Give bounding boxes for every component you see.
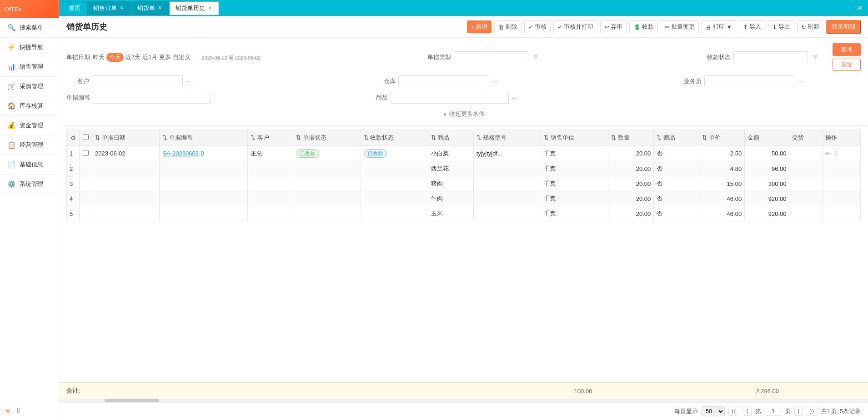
cell-transaction bbox=[789, 161, 823, 176]
tab-sales-order-close[interactable]: ✕ bbox=[119, 5, 125, 11]
cell-checkbox[interactable] bbox=[80, 176, 92, 191]
system-icon: ⚙️ bbox=[7, 180, 16, 188]
doc-no-link[interactable]: SA-20230602-0 bbox=[162, 150, 204, 157]
sidebar-item-basic-info[interactable]: 📄 基础信息 bbox=[0, 155, 59, 175]
col-doc-no[interactable]: ⇅ 单据编号 bbox=[160, 130, 248, 146]
tab-sales-delivery[interactable]: 销货单 ✕ bbox=[131, 1, 169, 15]
shortcut-more[interactable]: 更多 bbox=[159, 53, 171, 61]
new-button[interactable]: + 新增 bbox=[467, 20, 492, 33]
main-table: ⚙ ⇅ 单据日期 ⇅ 单据编号 ⇅ 客户 ⇅ 单据状态 ⇅ 收款状态 ⇅ 商品 … bbox=[66, 130, 861, 221]
edit-action-icon[interactable]: ✏ bbox=[825, 150, 831, 157]
sidebar-item-sales[interactable]: 📊 销售管理 bbox=[0, 57, 59, 77]
cell-doc-no[interactable]: SA-20230602-0 bbox=[160, 146, 248, 161]
col-spec[interactable]: ⇅ 规格型号 bbox=[473, 130, 541, 146]
shortcut-yesterday[interactable]: 昨天 bbox=[93, 53, 105, 61]
payment-status-input[interactable] bbox=[733, 51, 808, 63]
col-customer[interactable]: ⇅ 客户 bbox=[248, 130, 293, 146]
collect-button[interactable]: 💲 收款 bbox=[629, 20, 658, 33]
goods-filter-group: 商品 ··· bbox=[365, 92, 517, 104]
shortcut-today[interactable]: 今天 bbox=[106, 53, 124, 62]
col-doc-date[interactable]: ⇅ 单据日期 bbox=[92, 130, 160, 146]
import-button[interactable]: ⬆ 导入 bbox=[739, 20, 765, 33]
export-icon: ⬇ bbox=[772, 24, 777, 30]
goods-input[interactable] bbox=[391, 92, 509, 104]
cell-action: ✏ ⋮ bbox=[823, 146, 861, 161]
cell-checkbox[interactable] bbox=[80, 191, 92, 206]
audit-print-button[interactable]: ✓ 审核并打印 bbox=[553, 20, 597, 33]
cell-doc-date bbox=[92, 191, 160, 206]
audit-button[interactable]: ✓ 审核 bbox=[524, 20, 551, 33]
tab-home[interactable]: 首页 bbox=[63, 1, 86, 15]
sidebar-logo[interactable]: OfTEn bbox=[0, 0, 59, 18]
salesperson-input[interactable] bbox=[704, 75, 795, 87]
salesperson-ellipsis[interactable]: ··· bbox=[798, 78, 803, 85]
col-gift[interactable]: ⇅ 赠品 bbox=[654, 130, 699, 146]
refresh-button[interactable]: ↻ 刷新 bbox=[797, 20, 823, 33]
tab-sales-delivery-close[interactable]: ✕ bbox=[157, 5, 163, 11]
sidebar-item-search-menu[interactable]: 🔍 搜索菜单 bbox=[0, 18, 59, 38]
customer-ellipsis[interactable]: ··· bbox=[186, 78, 191, 85]
abandon-button[interactable]: ↩ 弃审 bbox=[600, 20, 627, 33]
filter-row-3: 单据编号 商品 ··· bbox=[66, 92, 861, 104]
scrollbar-thumb[interactable] bbox=[105, 399, 159, 402]
shortcut-1month[interactable]: 近1月 bbox=[142, 53, 157, 61]
date-shortcuts: 昨天 今天 近7天 近1月 更多 自定义 bbox=[93, 53, 191, 62]
query-button[interactable]: 查询 bbox=[833, 43, 861, 56]
warehouse-input[interactable] bbox=[398, 75, 489, 87]
cell-checkbox[interactable] bbox=[80, 206, 92, 221]
more-action-icon[interactable]: ⋮ bbox=[833, 150, 840, 157]
tab-sales-history-close[interactable]: ✕ bbox=[207, 5, 213, 11]
tab-sales-delivery-label: 销货单 bbox=[137, 4, 155, 12]
goods-ellipsis[interactable]: ··· bbox=[512, 94, 517, 101]
table-row: 2 西兰花 千克 20.00 否 4.80 96.00 bbox=[67, 161, 861, 176]
batch-change-button[interactable]: ✏ 批量变更 bbox=[661, 20, 699, 33]
per-page-select[interactable]: 20 50 100 bbox=[702, 406, 725, 416]
col-settings[interactable]: ⚙ bbox=[67, 130, 80, 146]
customer-input[interactable] bbox=[92, 75, 183, 87]
print-button[interactable]: 🖨 打印 ▼ bbox=[702, 20, 736, 33]
row-checkbox[interactable] bbox=[83, 150, 89, 156]
sidebar-footer-icon1[interactable]: ☀ bbox=[5, 407, 11, 415]
sidebar-footer-icon2[interactable]: ⏸ bbox=[15, 407, 22, 415]
sidebar-item-purchase[interactable]: 🛒 采购管理 bbox=[0, 77, 59, 96]
cell-action bbox=[823, 176, 861, 191]
tab-bar-close[interactable]: ✕ bbox=[857, 4, 864, 12]
horizontal-scrollbar[interactable] bbox=[59, 399, 868, 402]
col-checkbox[interactable] bbox=[80, 130, 92, 146]
page-number-input[interactable] bbox=[765, 407, 781, 416]
doc-type-input[interactable] bbox=[454, 51, 528, 63]
set-button[interactable]: 设置 bbox=[833, 59, 861, 71]
col-quantity[interactable]: ⇅ 数量 bbox=[608, 130, 654, 146]
tab-sales-history[interactable]: 销货单历史 ✕ bbox=[170, 1, 219, 15]
shortcut-custom[interactable]: 自定义 bbox=[173, 53, 191, 61]
cell-checkbox[interactable] bbox=[80, 161, 92, 176]
cell-checkbox[interactable] bbox=[80, 146, 92, 161]
tab-sales-order[interactable]: 销售订单 ✕ bbox=[87, 1, 130, 15]
export-button[interactable]: ⬇ 导出 bbox=[768, 20, 794, 33]
abandon-icon: ↩ bbox=[604, 24, 609, 30]
collapse-conditions[interactable]: ∧ 收起更多条件 bbox=[66, 108, 861, 120]
table-footer: 合计: 100.00 2,286.00 bbox=[59, 382, 868, 399]
show-detail-button[interactable]: 显示明细 bbox=[826, 20, 861, 34]
page-next-btn[interactable]: ⟩ bbox=[794, 407, 803, 416]
page-last-btn[interactable]: ⟩⟩ bbox=[807, 407, 818, 416]
sidebar-item-inventory[interactable]: 🏠 库存核算 bbox=[0, 96, 59, 116]
col-goods[interactable]: ⇅ 商品 bbox=[428, 130, 473, 146]
warehouse-ellipsis[interactable]: ··· bbox=[492, 78, 497, 85]
page-first-btn[interactable]: ⟨⟨ bbox=[728, 407, 739, 416]
delete-button[interactable]: 🗑 删除 bbox=[494, 20, 522, 33]
page-prev-btn[interactable]: ⟨ bbox=[743, 407, 752, 416]
select-all-checkbox[interactable] bbox=[83, 134, 89, 140]
purchase-icon: 🛒 bbox=[7, 82, 16, 90]
sidebar-item-system[interactable]: ⚙️ 系统管理 bbox=[0, 175, 59, 194]
col-payment-status[interactable]: ⇅ 收款状态 bbox=[361, 130, 428, 146]
doc-no-input[interactable] bbox=[93, 92, 211, 104]
sidebar-item-quick-nav[interactable]: ⚡ 快捷导航 bbox=[0, 38, 59, 57]
shortcut-7days[interactable]: 近7天 bbox=[125, 53, 140, 61]
sidebar-item-operations[interactable]: 📋 经营管理 bbox=[0, 135, 59, 155]
col-doc-status[interactable]: ⇅ 单据状态 bbox=[293, 130, 361, 146]
col-unit-price[interactable]: ⇅ 单价 bbox=[699, 130, 745, 146]
col-gift-sort: ⇅ bbox=[657, 134, 662, 141]
col-sales-unit[interactable]: ⇅ 销售单位 bbox=[541, 130, 608, 146]
sidebar-item-finance[interactable]: 💰 资金管理 bbox=[0, 116, 59, 135]
